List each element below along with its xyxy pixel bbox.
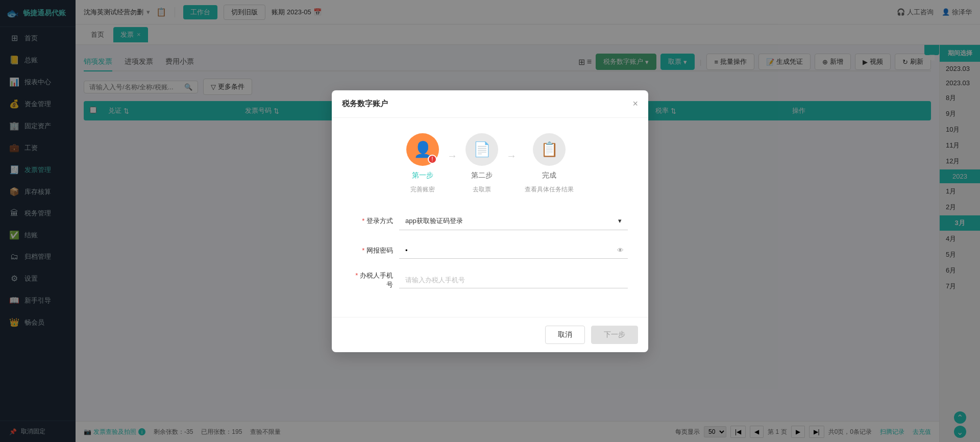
step2-sub: 去取票 — [473, 185, 491, 194]
password-input[interactable] — [399, 242, 617, 258]
step2-icon: 📄 — [465, 133, 498, 166]
dialog-tax-account: 税务数字账户 × 👤 ! 第一步 完善账密 → — [332, 90, 648, 352]
step-2: 📄 第二步 去取票 — [465, 133, 498, 194]
login-method-label: 登录方式 — [352, 216, 393, 226]
dialog-body: 👤 ! 第一步 完善账密 → 📄 第二步 去取票 → — [332, 118, 648, 317]
dialog-header: 税务数字账户 × — [332, 90, 648, 118]
next-button[interactable]: 下一步 — [591, 326, 638, 344]
phone-control — [399, 272, 628, 288]
form-row-login-method: 登录方式 app获取验证码登录 ▾ — [352, 212, 628, 230]
step1-badge: ! — [428, 155, 437, 164]
step1-icon: 👤 ! — [406, 133, 439, 166]
step3-label: 完成 — [542, 171, 556, 180]
step2-label: 第二步 — [471, 171, 493, 180]
chevron-down-icon: ▾ — [618, 217, 622, 225]
step1-label: 第一步 — [412, 171, 433, 180]
step1-sub: 完善账密 — [410, 185, 435, 194]
password-input-wrapper: 👁 — [399, 242, 628, 259]
phone-label: 办税人手机号 — [352, 271, 393, 289]
password-control: 👁 — [399, 242, 628, 259]
close-dialog-icon[interactable]: × — [632, 99, 638, 109]
phone-input[interactable] — [399, 272, 628, 288]
step3-icon: 📋 — [533, 133, 566, 166]
dialog-footer: 取消 下一步 — [332, 317, 648, 352]
password-label: 网报密码 — [352, 246, 393, 255]
form-row-phone: 办税人手机号 — [352, 271, 628, 289]
login-method-control: app获取验证码登录 ▾ — [399, 212, 628, 230]
step-3: 📋 完成 查看具体任务结果 — [525, 133, 574, 194]
modal-overlay: 税务数字账户 × 👤 ! 第一步 完善账密 → — [0, 0, 980, 442]
steps-container: 👤 ! 第一步 完善账密 → 📄 第二步 去取票 → — [352, 133, 628, 194]
arrow-1: → — [447, 150, 457, 177]
cancel-button[interactable]: 取消 — [545, 326, 585, 344]
step-1: 👤 ! 第一步 完善账密 — [406, 133, 439, 194]
form-row-password: 网报密码 👁 — [352, 242, 628, 259]
arrow-2: → — [506, 150, 517, 177]
eye-toggle-icon[interactable]: 👁 — [617, 247, 628, 254]
login-method-select[interactable]: app获取验证码登录 ▾ — [399, 212, 628, 230]
step3-sub: 查看具体任务结果 — [525, 185, 574, 194]
dialog-title: 税务数字账户 — [342, 99, 388, 109]
